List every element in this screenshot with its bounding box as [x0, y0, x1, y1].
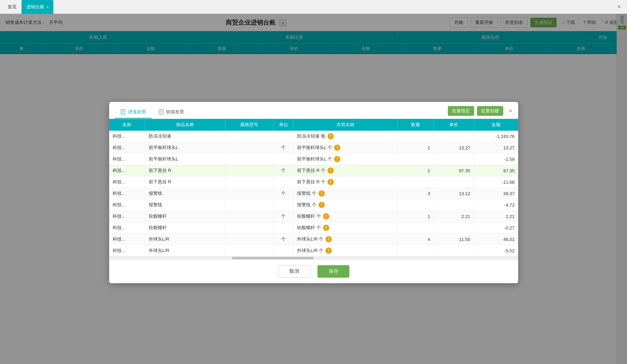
table-row: 科技...前下悬挂 R前下悬挂 R 个!-11.68 [109, 176, 518, 188]
modal-dialog: 进项发票 销项发票 批量指定 批量创建 [109, 102, 518, 283]
cell-spec [225, 142, 273, 153]
table-row: 科技...前平衡杆球头L前平衡杆球头L 个!-1.59 [109, 153, 518, 165]
cell-unit [273, 222, 294, 233]
cell-amount: -5.52 [474, 245, 518, 256]
table-row: 科技...外球头L/R个外球头L/R 个!411.5046.01 [109, 233, 518, 245]
cell-name: 科技... [109, 176, 145, 188]
tab-ledger-label: 进销台账 [26, 4, 44, 10]
cell-amount: -1.59 [474, 153, 518, 165]
cell-name: 科技... [109, 245, 145, 256]
cell-product: 前下悬挂 R [145, 176, 225, 188]
cell-price: 11.50 [434, 233, 474, 245]
modal-tab-invoice-in[interactable]: 进项发票 [115, 106, 151, 119]
cell-unit [273, 199, 294, 210]
cell-qty [398, 199, 434, 210]
cell-price: 97.35 [434, 165, 474, 176]
modal-table-container[interactable]: 名称 商品名称 规格型号 单位 存货名称 数量 单价 金额 科技...防冻冷却液… [109, 119, 518, 257]
cell-price [434, 199, 474, 210]
cell-name: 科技... [109, 142, 145, 153]
col-amount: 金额 [474, 119, 518, 131]
col-unit: 单位 [273, 119, 294, 131]
cell-amount: -0.27 [474, 222, 518, 233]
cell-amount: 97.35 [474, 165, 518, 176]
cell-name: 科技... [109, 199, 145, 210]
col-name: 名称 [109, 119, 145, 131]
cell-price [434, 131, 474, 142]
cell-name: 科技... [109, 222, 145, 233]
cell-spec [225, 165, 273, 176]
cell-qty [398, 131, 434, 142]
cell-inventory: 报警线 个! [294, 199, 398, 210]
cell-unit [273, 153, 294, 165]
cell-price [434, 222, 474, 233]
modal-close-button[interactable]: × [509, 108, 513, 117]
warning-icon: ! [328, 167, 334, 174]
warning-icon: ! [319, 190, 325, 197]
warning-icon: ! [323, 213, 329, 219]
cell-product: 外球头L/R [145, 233, 225, 245]
cell-amount: 39.37 [474, 188, 518, 199]
cell-name: 科技... [109, 131, 145, 142]
cell-unit [273, 131, 294, 142]
invoice-out-icon [158, 109, 164, 115]
modal-tab-invoice-out[interactable]: 销项发票 [153, 106, 190, 119]
table-row: 科技...前下悬挂 R个前下悬挂 R 个!197.3597.35 [109, 165, 518, 176]
cell-name: 科技... [109, 165, 145, 176]
table-row: 科技...外球头L/R外球头L/R 个!-5.52 [109, 245, 518, 256]
cell-unit [273, 176, 294, 188]
modal-header: 进项发票 销项发票 批量指定 批量创建 [109, 102, 518, 119]
tab-home[interactable]: 首页 [3, 0, 21, 14]
warning-icon: ! [323, 225, 329, 231]
cell-qty [398, 245, 434, 256]
cell-product: 轮毂螺杆 [145, 222, 225, 233]
cell-qty: 1 [398, 142, 434, 153]
tab-ledger[interactable]: 进销台账 × [21, 0, 53, 14]
cell-unit [273, 245, 294, 256]
cell-amount: 13.27 [474, 142, 518, 153]
cell-unit: 个 [273, 233, 294, 245]
cell-price [434, 176, 474, 188]
cell-price [434, 153, 474, 165]
cell-price [434, 245, 474, 256]
cell-spec [225, 222, 273, 233]
cancel-button[interactable]: 取消 [278, 265, 311, 278]
cell-price: 13.27 [434, 142, 474, 153]
tab-ledger-close[interactable]: × [46, 5, 49, 9]
cell-product: 报警线 [145, 188, 225, 199]
modal-horizontal-scrollbar[interactable] [109, 257, 518, 260]
cell-amount: -4.72 [474, 199, 518, 210]
cell-name: 科技... [109, 153, 145, 165]
cell-inventory: 前下悬挂 R 个! [294, 165, 398, 176]
warning-icon: ! [325, 236, 332, 242]
cell-spec [225, 153, 273, 165]
cell-inventory: 前平衡杆球头L 个! [294, 142, 398, 153]
cell-qty: 4 [398, 233, 434, 245]
save-button[interactable]: 保存 [317, 265, 349, 278]
warning-icon: ! [319, 202, 325, 208]
cell-product: 前下悬挂 R [145, 165, 225, 176]
cell-inventory: 报警线 个! [294, 188, 398, 199]
cell-unit: 个 [273, 210, 294, 222]
warning-icon: ! [328, 179, 334, 185]
table-row: 科技...报警线报警线 个!-4.72 [109, 199, 518, 210]
cell-inventory: 防冻冷却液 瓶! [294, 131, 398, 142]
batch-assign-button[interactable]: 批量指定 [448, 106, 474, 116]
table-row: 科技...前平衡杆球头L个前平衡杆球头L 个!113.2713.27 [109, 142, 518, 153]
cell-product: 前平衡杆球头L [145, 153, 225, 165]
window-close-button[interactable]: × [614, 4, 624, 10]
cell-spec [225, 199, 273, 210]
cell-price: 2.21 [434, 210, 474, 222]
table-row: 科技...防冻冷却液防冻冷却液 瓶!-1,243.76 [109, 131, 518, 142]
invoice-in-icon [120, 109, 126, 115]
cell-unit: 个 [273, 142, 294, 153]
cell-inventory: 轮毂螺杆 个! [294, 211, 398, 222]
table-row: 科技...轮毂螺杆个轮毂螺杆 个!12.212.21 [109, 210, 518, 222]
col-spec: 规格型号 [225, 119, 273, 131]
cell-spec [225, 245, 273, 256]
cell-amount: 46.01 [474, 233, 518, 245]
cell-name: 科技... [109, 188, 145, 199]
cell-amount: -11.68 [474, 176, 518, 188]
batch-create-button[interactable]: 批量创建 [477, 106, 503, 116]
cell-amount: -1,243.76 [474, 131, 518, 142]
cell-spec [225, 131, 273, 142]
